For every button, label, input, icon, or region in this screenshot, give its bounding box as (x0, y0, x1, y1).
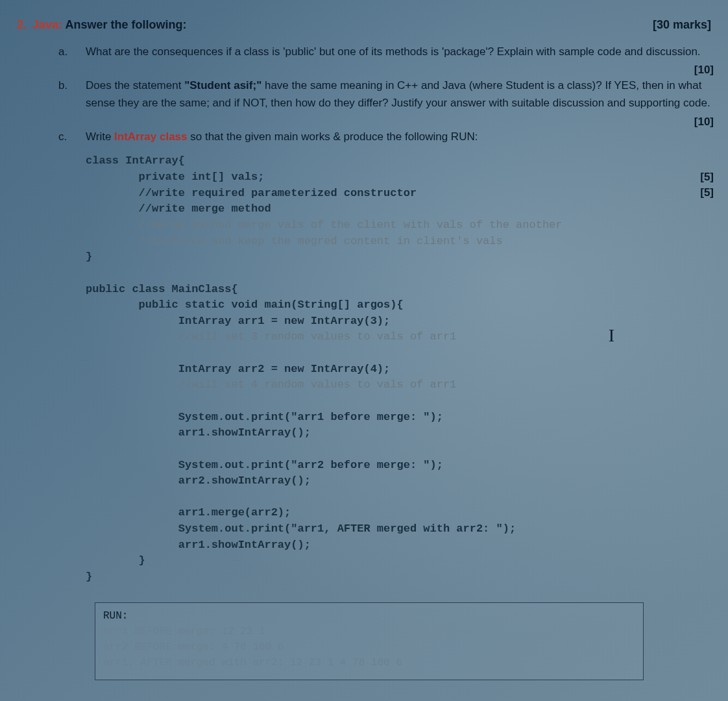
code-l11: IntArray arr1 = new IntArray(3); (86, 315, 390, 327)
code-l07: } (86, 251, 92, 263)
run-output-box: RUN: arr1 BEFORE merge: 12 23 1 arr2 BEF… (95, 602, 644, 680)
code-l24: System.out.print("arr1, AFTER merged wit… (86, 523, 516, 535)
sub-label-c: c. (58, 129, 73, 585)
sub-c-marks2: [5] (700, 184, 714, 201)
code-l05: //merge method merge vals of the client … (86, 219, 563, 231)
code-l06: //instance and keep the megred content i… (86, 235, 503, 247)
sub-body-c: Write IntArray class so that the given m… (86, 129, 711, 585)
code-l10: public static void main(String[] argos){ (86, 299, 404, 311)
code-l21: arr2.showIntArray(); (86, 474, 311, 487)
code-l15: //will set 4 random values to vals of ar… (86, 378, 456, 391)
code-l04: //write merge method (86, 203, 271, 215)
code-l01: class IntArray{ (86, 154, 185, 167)
code-l23: arr1.merge(arr2); (86, 506, 291, 519)
code-l26: } (86, 554, 145, 567)
sub-body-a: What are the consequences if a class is … (86, 43, 711, 60)
question-title: 2. Java: Answer the following: (17, 18, 186, 32)
subquestion-c: c. Write IntArray class so that the give… (58, 129, 711, 585)
subquestion-a: a. What are the consequences if a class … (58, 43, 711, 60)
code-l02: private int[] vals; (86, 171, 264, 183)
total-marks: [30 marks] (653, 18, 711, 32)
code-l09: public class MainClass{ (86, 283, 238, 295)
code-l03: //write required parameterized construct… (86, 187, 417, 199)
sub-c-classname: IntArray class (114, 130, 187, 143)
code-l17: System.out.print("arr1 before merge: "); (86, 411, 443, 423)
subquestion-b: b. Does the statement "Student asif;" ha… (58, 77, 711, 112)
sub-b-prefix: Does the statement (86, 79, 184, 92)
code-l18: arr1.showIntArray(); (86, 426, 311, 439)
code-l14: IntArray arr2 = new IntArray(4); (86, 363, 390, 375)
question-rest: Answer the following: (62, 18, 186, 31)
run-line-2: arr2 BEFORE merge: 4 78 100 6 (103, 641, 284, 653)
sub-c-marks1: [5] (700, 169, 714, 186)
sub-label-a: a. (58, 43, 73, 60)
sub-c-prefix: Write (86, 130, 114, 143)
sub-b-quote: "Student asif;" (184, 79, 261, 92)
run-line-3: arr1, AFTER merged with arr2: 12 23 1 4 … (103, 657, 402, 669)
code-l25: arr1.showIntArray(); (86, 539, 311, 551)
sub-body-b: Does the statement "Student asif;" have … (86, 77, 711, 112)
code-block: class IntArray{ private int[] vals; //wr… (86, 153, 711, 585)
code-l27: } (86, 571, 92, 583)
run-title: RUN: (103, 610, 128, 622)
exam-page: 2. Java: Answer the following: [30 marks… (0, 0, 728, 693)
subquestion-list: a. What are the consequences if a class … (58, 43, 711, 585)
question-topic: Java: (32, 18, 62, 31)
question-header: 2. Java: Answer the following: [30 marks… (17, 18, 711, 32)
run-line-1: arr1 BEFORE merge: 12 23 1 (103, 626, 265, 637)
question-number: 2. (17, 18, 27, 31)
sub-c-suffix: so that the given main works & produce t… (188, 130, 478, 143)
sub-label-b: b. (58, 77, 73, 112)
code-l20: System.out.print("arr2 before merge: "); (86, 459, 443, 471)
sub-a-marks: [10] (694, 62, 714, 79)
sub-a-text: What are the consequences if a class is … (86, 45, 701, 58)
code-l12: //will set 3 random values to vals of ar… (86, 330, 456, 343)
